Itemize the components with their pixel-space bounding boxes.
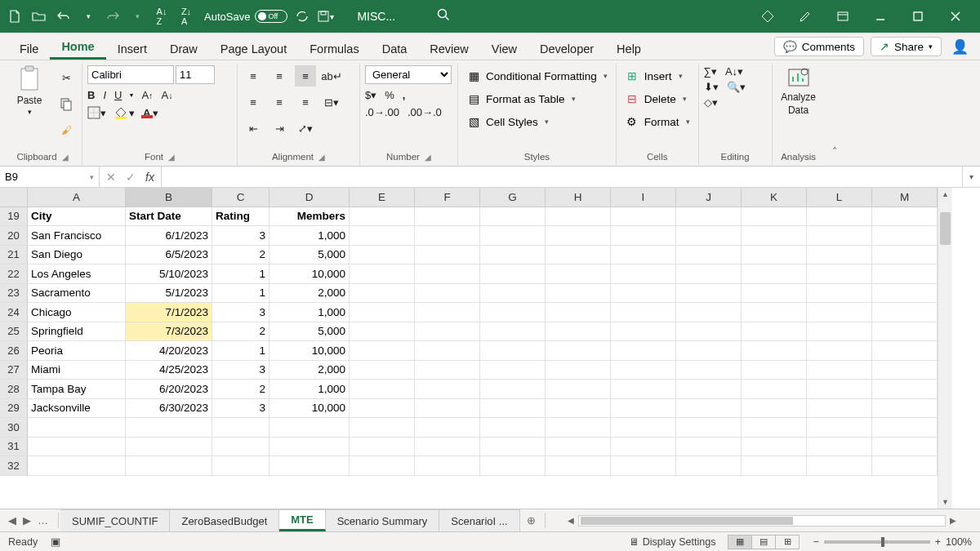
cell[interactable] [480,380,546,399]
cell[interactable]: 4/25/2023 [126,361,212,380]
cell[interactable]: 1,000 [270,380,350,399]
cell[interactable]: Start Date [126,207,212,227]
sheet-nav-next-icon[interactable]: ▶ [23,514,31,527]
cell[interactable] [676,264,742,284]
cancel-formula-icon[interactable]: ✕ [106,171,116,184]
cell[interactable] [742,322,807,342]
italic-button[interactable]: I [103,89,106,101]
tab-home[interactable]: Home [50,35,105,60]
cell[interactable] [212,418,270,438]
column-header[interactable]: F [415,188,480,207]
cell[interactable] [415,246,480,265]
cell[interactable] [872,246,938,265]
cell[interactable]: Peoria [28,341,126,361]
cell[interactable]: 2 [212,246,270,265]
redo-more-icon[interactable]: ▾ [127,7,147,26]
cell[interactable] [872,456,938,476]
analyze-data-button[interactable]: Analyze Data [777,65,820,116]
new-sheet-button[interactable]: ⊕ [520,509,543,531]
cell[interactable] [350,418,415,438]
vertical-scrollbar[interactable]: ▲▼ [938,188,952,509]
cell[interactable]: 10,000 [270,264,350,284]
cell[interactable] [872,226,938,246]
cell[interactable]: 3 [212,399,270,419]
paste-button[interactable]: Paste ▾ [8,65,51,116]
new-file-icon[interactable] [5,7,24,26]
cell[interactable]: 2 [212,322,270,342]
format-cells-button[interactable]: ⚙Format▾ [621,111,693,132]
cell[interactable] [611,341,676,361]
cell[interactable]: 2,000 [270,284,350,304]
cell[interactable] [676,438,742,457]
cell[interactable] [546,341,611,361]
cut-icon[interactable]: ✂ [56,67,77,88]
cell[interactable]: Rating [212,207,270,227]
cell[interactable] [480,207,546,227]
cell[interactable]: San Francisco [28,226,126,246]
cell[interactable] [807,322,872,342]
cell[interactable] [676,380,742,399]
cell[interactable] [212,438,270,457]
autosave-toggle[interactable]: AutoSave Off [204,10,287,23]
cell[interactable]: San Diego [28,246,126,265]
fx-icon[interactable]: fx [145,171,154,184]
cell[interactable] [742,418,807,438]
open-file-icon[interactable] [29,7,49,26]
column-header[interactable]: H [546,188,611,207]
cell[interactable] [270,418,350,438]
cell[interactable] [872,264,938,284]
cell[interactable] [546,456,611,476]
comments-button[interactable]: 💬Comments [774,37,864,56]
increase-indent-icon[interactable]: ⇥ [269,118,290,139]
cell[interactable]: 2,000 [270,361,350,380]
cell[interactable] [742,226,807,246]
delete-cells-button[interactable]: ⊟Delete▾ [621,88,690,109]
cell[interactable]: 4/20/2023 [126,341,212,361]
row-header[interactable]: 21 [0,246,28,265]
align-bottom-icon[interactable]: ≡ [295,65,316,87]
cell[interactable] [742,284,807,304]
cell[interactable]: Los Angeles [28,264,126,284]
cell[interactable] [480,418,546,438]
cell[interactable] [872,322,938,342]
cell[interactable] [807,341,872,361]
underline-button[interactable]: U [114,89,122,101]
search-icon[interactable] [436,7,454,25]
cell[interactable]: 6/1/2023 [126,226,212,246]
sheet-tab-sumif[interactable]: SUMIF_COUNTIF [60,509,170,531]
cell[interactable] [676,284,742,304]
cell[interactable] [676,399,742,419]
column-header[interactable]: J [676,188,742,207]
fill-color-button[interactable]: ▾ [114,106,135,119]
cell[interactable] [415,322,480,342]
cell[interactable]: 3 [212,361,270,380]
tab-insert[interactable]: Insert [106,38,158,60]
cell[interactable] [807,438,872,457]
decrease-indent-icon[interactable]: ⇤ [243,118,264,139]
column-header[interactable]: K [742,188,807,207]
expand-formula-bar-icon[interactable]: ▾ [962,167,980,187]
enter-formula-icon[interactable]: ✓ [126,171,136,184]
align-middle-icon[interactable]: ≡ [269,65,290,87]
comma-icon[interactable]: , [403,89,406,101]
normal-view-icon[interactable]: ▦ [728,535,752,549]
cell[interactable]: Springfield [28,322,126,342]
zoom-in-icon[interactable]: + [935,536,941,548]
cell[interactable] [872,418,938,438]
tab-help[interactable]: Help [605,38,653,60]
cell[interactable] [546,418,611,438]
pen-icon[interactable] [797,8,813,24]
increase-font-icon[interactable]: A↑ [141,89,153,101]
cell[interactable] [611,438,676,457]
column-header[interactable]: G [480,188,546,207]
cell[interactable]: 7/3/2023 [126,322,212,342]
cell[interactable] [546,361,611,380]
cell[interactable] [480,226,546,246]
cell[interactable] [350,322,415,342]
zoom-level[interactable]: 100% [946,536,972,548]
cell[interactable] [480,456,546,476]
undo-more-icon[interactable]: ▾ [78,7,98,26]
sheet-tab-scenario-i[interactable]: ScenarioI ... [439,509,519,531]
redo-icon[interactable] [103,7,122,26]
increase-decimal-icon[interactable]: .0→.00 [365,106,399,118]
